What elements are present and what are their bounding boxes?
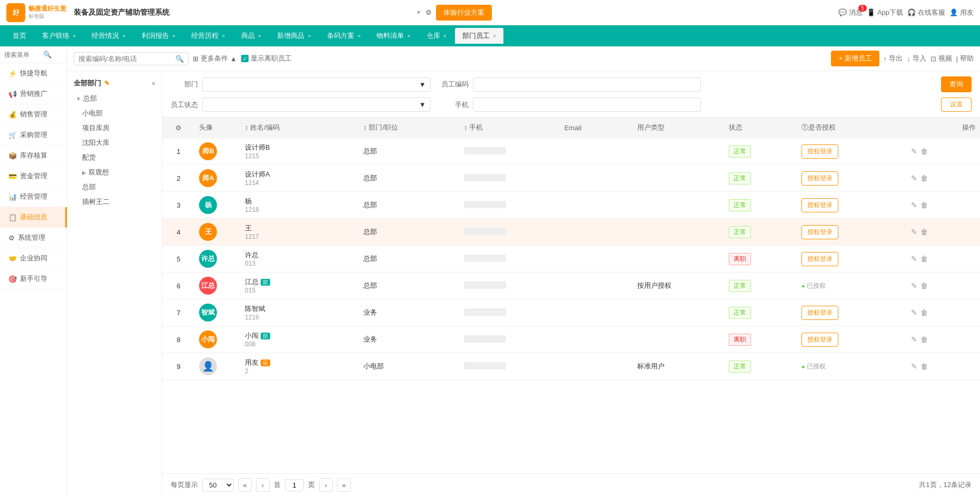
edit-button[interactable]: ✎ <box>911 255 917 263</box>
auth-login-button[interactable]: 授权登录 <box>801 198 838 212</box>
close-icon[interactable]: × <box>443 33 447 39</box>
sidebar-search-input[interactable] <box>4 51 41 59</box>
tree-node-shenyang[interactable]: 沈阳大库 <box>67 135 162 150</box>
sidebar-item-collaboration[interactable]: 🤝 企业协同 <box>0 248 67 269</box>
sidebar-item-marketing[interactable]: 📢 营销推广 <box>0 84 67 104</box>
tree-node-chashuwang[interactable]: 插树王二 <box>67 194 162 209</box>
message-button[interactable]: 💬 消息 5 <box>838 8 863 17</box>
tree-node-small-elec[interactable]: 小电部 <box>67 106 162 121</box>
col-dept[interactable]: ↕ 部门/职位 <box>359 118 460 138</box>
delete-button[interactable]: 🗑 <box>920 335 928 344</box>
prev-page-button[interactable]: ‹ <box>256 478 270 492</box>
tab-operations[interactable]: 经营情况 × <box>84 28 133 44</box>
close-icon[interactable]: × <box>308 33 311 39</box>
close-icon[interactable]: × <box>172 33 175 39</box>
next-page-button[interactable]: › <box>319 478 333 492</box>
tree-node-delivery[interactable]: 配货 <box>67 150 162 165</box>
tab-home[interactable]: 首页 <box>5 28 34 44</box>
auth-login-button[interactable]: 授权登录 <box>801 333 838 347</box>
delete-button[interactable]: 🗑 <box>920 308 928 317</box>
delete-button[interactable]: 🗑 <box>920 255 928 263</box>
tab-employees[interactable]: 部门员工 × <box>455 28 503 44</box>
auth-login-button[interactable]: 授权登录 <box>801 252 838 266</box>
auth-login-button[interactable]: 授权登录 <box>801 306 838 320</box>
delete-button[interactable]: 🗑 <box>920 201 928 209</box>
emp-code-input[interactable] <box>473 77 701 92</box>
edit-button[interactable]: ✎ <box>911 281 917 290</box>
tab-warehouse[interactable]: 仓库 × <box>419 28 454 44</box>
sidebar-item-sales[interactable]: 💰 销售管理 <box>0 104 67 125</box>
col-settings[interactable]: ⚙ <box>162 118 195 138</box>
sidebar-item-operations-mgmt[interactable]: 📊 经营管理 <box>0 187 67 207</box>
search-input[interactable] <box>78 55 173 63</box>
collapse-button[interactable]: « <box>152 80 155 87</box>
tree-node-shuanglu[interactable]: ▶ 双鹿想 <box>67 165 162 180</box>
system-dropdown-arrow[interactable]: ▼ <box>416 9 421 15</box>
delete-button[interactable]: 🗑 <box>920 147 928 155</box>
more-filter-button[interactable]: ⊞ 更多条件 ▲ <box>193 54 237 63</box>
export-button[interactable]: ↑ 导出 <box>884 54 903 63</box>
auth-login-button[interactable]: 授权登录 <box>801 225 838 239</box>
first-page-button[interactable]: « <box>238 478 252 492</box>
tree-node-headquarter2[interactable]: 总部 <box>67 180 162 194</box>
dept-select[interactable]: ▼ <box>202 77 431 92</box>
reset-button[interactable]: 设置 <box>941 98 972 112</box>
tab-add-goods[interactable]: 新增商品 × <box>270 28 318 44</box>
tree-node-project-warehouse[interactable]: 项目库房 <box>67 121 162 135</box>
user-menu[interactable]: 👤 用友 <box>949 8 974 17</box>
sidebar-item-system[interactable]: ⚙ 系统管理 <box>0 228 67 248</box>
auth-login-button[interactable]: 授权登录 <box>801 144 838 159</box>
delete-button[interactable]: 🗑 <box>920 228 928 236</box>
edit-button[interactable]: ✎ <box>911 174 917 182</box>
tab-bom[interactable]: 物料清单 × <box>369 28 418 44</box>
page-number-input[interactable] <box>285 479 304 491</box>
tab-barcode[interactable]: 条码方案 × <box>320 28 368 44</box>
delete-button[interactable]: 🗑 <box>920 281 928 290</box>
view-button[interactable]: ⊡ 视频 <box>930 54 952 63</box>
tab-profit[interactable]: 利润报告 × <box>134 28 183 44</box>
delete-button[interactable]: 🗑 <box>920 174 928 182</box>
sidebar-item-inventory[interactable]: 📦 库存核算 <box>0 145 67 166</box>
phone-input[interactable] <box>473 98 701 112</box>
add-employee-button[interactable]: + 新增员工 <box>831 51 879 66</box>
search-submit-icon[interactable]: 🔍 <box>175 55 184 63</box>
edit-button[interactable]: ✎ <box>911 362 917 371</box>
sidebar-item-guide[interactable]: 🎯 新手引导 <box>0 269 67 289</box>
online-service-button[interactable]: 🎧 在线客服 <box>907 8 945 17</box>
edit-button[interactable]: ✎ <box>911 308 917 317</box>
close-icon[interactable]: × <box>222 33 225 39</box>
last-page-button[interactable]: » <box>337 478 351 492</box>
sidebar-item-quicknav[interactable]: ⚡ 快捷导航 <box>0 63 67 84</box>
page-size-select[interactable]: 50 100 200 <box>202 479 234 492</box>
edit-button[interactable]: ✎ <box>911 147 917 155</box>
edit-button[interactable]: ✎ <box>911 335 917 344</box>
emp-status-select[interactable]: ▼ <box>202 98 431 112</box>
sidebar-item-purchase[interactable]: 🛒 采购管理 <box>0 125 67 145</box>
print-button[interactable]: | 帮助 <box>956 54 974 63</box>
close-icon[interactable]: × <box>358 33 361 39</box>
close-icon[interactable]: × <box>122 33 125 39</box>
auth-login-button[interactable]: 授权登录 <box>801 171 838 186</box>
close-icon[interactable]: × <box>73 33 76 39</box>
sidebar-item-finance[interactable]: 💳 资金管理 <box>0 166 67 187</box>
close-icon[interactable]: × <box>258 33 261 39</box>
close-icon[interactable]: × <box>493 33 496 39</box>
tree-node-headquarters[interactable]: ▼ 总部 <box>67 91 162 106</box>
settings-icon[interactable]: ⚙ <box>425 8 432 16</box>
col-phone[interactable]: ↕ 手机 <box>460 118 560 138</box>
app-download-button[interactable]: 📱 App下载 <box>867 8 903 17</box>
tab-goods[interactable]: 商品 × <box>234 28 269 44</box>
delete-button[interactable]: 🗑 <box>920 362 928 371</box>
edit-button[interactable]: ✎ <box>911 201 917 209</box>
edit-button[interactable]: ✎ <box>911 228 917 236</box>
tab-journey[interactable]: 经营历程 × <box>184 28 232 44</box>
tab-customer[interactable]: 客户联络 × <box>35 28 83 44</box>
try-industry-button[interactable]: 体验行业方案 <box>436 5 492 21</box>
all-dept-label[interactable]: 全部部门 <box>74 79 101 88</box>
sidebar-item-basic-info[interactable]: 📋 基础信息 <box>0 207 67 228</box>
dept-edit-icon[interactable]: ✎ <box>104 80 110 87</box>
show-resigned-toggle[interactable]: ✓ 显示离职员工 <box>241 54 292 63</box>
query-button[interactable]: 查询 <box>941 76 972 92</box>
close-icon[interactable]: × <box>407 33 410 39</box>
import-button[interactable]: ↓ 导入 <box>907 54 926 63</box>
